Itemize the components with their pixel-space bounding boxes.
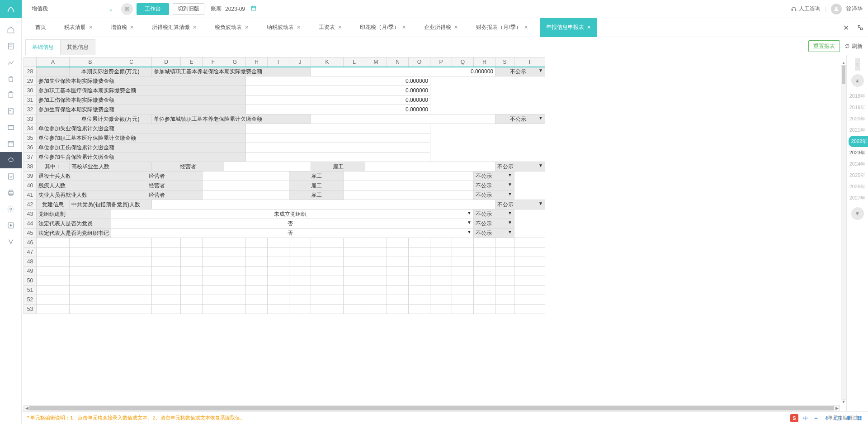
- row-header-45[interactable]: 45: [24, 229, 37, 238]
- tax-type-dropdown[interactable]: 增值税 ⌄: [27, 3, 118, 15]
- ime-skin-icon[interactable]: [844, 414, 853, 422]
- year-2023年[interactable]: 2023年: [847, 147, 868, 158]
- col-header-S[interactable]: S: [495, 57, 514, 67]
- scrollbar-v-thumb[interactable]: [842, 66, 845, 84]
- year-2018年[interactable]: 2018年: [847, 91, 868, 102]
- col-header-J[interactable]: J: [289, 57, 311, 67]
- col-header-M[interactable]: M: [365, 57, 387, 67]
- headset-icon[interactable]: 人工咨询: [791, 5, 821, 13]
- row-header-39[interactable]: 39: [24, 172, 37, 181]
- col-header-N[interactable]: N: [387, 57, 409, 67]
- nav-v-icon[interactable]: [0, 233, 22, 250]
- tab-close-icon[interactable]: ✕: [130, 24, 134, 30]
- year-2021年[interactable]: 2021年: [847, 124, 868, 136]
- scrollbar-h-thumb[interactable]: [29, 406, 834, 410]
- nav-gear-icon[interactable]: [0, 201, 22, 217]
- ime-tool-icon[interactable]: [855, 414, 863, 422]
- tab-close-icon[interactable]: ✕: [338, 24, 342, 30]
- tab-0[interactable]: 首页: [29, 18, 52, 37]
- nav-print-icon[interactable]: [0, 185, 22, 201]
- tab-close-icon[interactable]: ✕: [587, 24, 591, 30]
- col-header-A[interactable]: A: [37, 57, 70, 67]
- tab-expand-icon[interactable]: [855, 23, 865, 33]
- col-header-T[interactable]: T: [514, 57, 545, 67]
- tab-close-icon[interactable]: ✕: [454, 24, 458, 30]
- year-up-button[interactable]: ▲: [851, 74, 864, 87]
- tab-10[interactable]: 年报信息申报表✕: [540, 18, 597, 37]
- col-header-D[interactable]: D: [152, 57, 181, 67]
- col-header-E[interactable]: E: [181, 57, 203, 67]
- ime-mic-icon[interactable]: [823, 414, 831, 422]
- switch-old-button[interactable]: 切到旧版: [173, 3, 204, 15]
- tab-close-icon[interactable]: ✕: [245, 24, 249, 30]
- nav-report-icon[interactable]: [0, 103, 22, 119]
- nav-archive-icon[interactable]: [0, 168, 22, 185]
- year-2026年[interactable]: 2026年: [847, 181, 868, 192]
- tab-close-icon[interactable]: ✕: [297, 24, 301, 30]
- nav-tax-icon[interactable]: [0, 119, 22, 136]
- calendar-icon[interactable]: [250, 5, 257, 13]
- tab-3[interactable]: 所得税汇算清缴✕: [146, 18, 203, 37]
- row-header-44[interactable]: 44: [24, 219, 37, 229]
- tab-7[interactable]: 印花税（月/季）✕: [354, 18, 412, 37]
- row-header-32[interactable]: 32: [24, 105, 37, 114]
- user-avatar[interactable]: [831, 4, 842, 14]
- row-header-53[interactable]: 53: [24, 305, 37, 314]
- nav-bag-icon[interactable]: [0, 71, 22, 87]
- row-header-38[interactable]: 38: [24, 162, 37, 172]
- row-header-37[interactable]: 37: [24, 152, 37, 162]
- collapse-button[interactable]: [121, 3, 133, 15]
- row-header-46[interactable]: 46: [24, 238, 37, 248]
- tab-1[interactable]: 税表清册✕: [58, 18, 99, 37]
- tab-close-icon[interactable]: ✕: [524, 24, 528, 30]
- year-2022年[interactable]: 2022年: [849, 136, 868, 147]
- col-header-P[interactable]: P: [430, 57, 452, 67]
- row-header-51[interactable]: 51: [24, 286, 37, 295]
- nav-play-icon[interactable]: [0, 217, 22, 233]
- nav-active-icon[interactable]: [0, 152, 22, 168]
- tab-6[interactable]: 工资表✕: [312, 18, 348, 37]
- year-panel-toggle[interactable]: ‹: [855, 58, 860, 71]
- row-header-49[interactable]: 49: [24, 267, 37, 276]
- row-header-28[interactable]: 28: [24, 67, 37, 76]
- col-header-K[interactable]: K: [311, 57, 344, 67]
- tab-2[interactable]: 增值税✕: [104, 18, 140, 37]
- ime-punct-icon[interactable]: ••: [812, 414, 820, 422]
- col-header-Q[interactable]: Q: [452, 57, 474, 67]
- tab-close-all-icon[interactable]: ✕: [841, 23, 851, 33]
- subtab-other[interactable]: 其他信息: [60, 39, 95, 55]
- scrollbar-horizontal[interactable]: ◀ ▶: [24, 405, 840, 411]
- tab-close-icon[interactable]: ✕: [402, 24, 406, 30]
- year-2020年[interactable]: 2020年: [847, 113, 868, 124]
- row-header-40[interactable]: 40: [24, 181, 37, 191]
- tab-5[interactable]: 纳税波动表✕: [260, 18, 307, 37]
- year-2027年[interactable]: 2027年: [847, 192, 868, 204]
- col-header-O[interactable]: O: [409, 57, 430, 67]
- row-header-35[interactable]: 35: [24, 133, 37, 143]
- row-header-43[interactable]: 43: [24, 210, 37, 219]
- nav-doc-icon[interactable]: [0, 38, 22, 54]
- tab-close-icon[interactable]: ✕: [193, 24, 197, 30]
- col-header-G[interactable]: G: [224, 57, 246, 67]
- nav-clipboard-icon[interactable]: [0, 87, 22, 103]
- app-logo[interactable]: [0, 0, 22, 18]
- ime-zh-icon[interactable]: 中: [801, 414, 809, 422]
- row-header-50[interactable]: 50: [24, 276, 37, 286]
- row-header-41[interactable]: 41: [24, 191, 37, 200]
- row-header-31[interactable]: 31: [24, 95, 37, 105]
- username[interactable]: 徐泽华: [846, 5, 863, 13]
- scrollbar-vertical[interactable]: ▲ ▼: [841, 65, 846, 400]
- col-header-F[interactable]: F: [203, 57, 224, 67]
- subtab-basic[interactable]: 基础信息: [25, 39, 61, 55]
- year-2025年[interactable]: 2025年: [847, 170, 868, 181]
- tab-4[interactable]: 税负波动表✕: [208, 18, 255, 37]
- year-2024年[interactable]: 2024年: [847, 158, 868, 170]
- ime-kbd-icon[interactable]: [834, 414, 842, 422]
- row-header-42[interactable]: 42: [24, 200, 37, 210]
- col-header-L[interactable]: L: [344, 57, 365, 67]
- row-header-34[interactable]: 34: [24, 124, 37, 133]
- col-header-R[interactable]: R: [474, 57, 495, 67]
- row-header-47[interactable]: 47: [24, 248, 37, 257]
- nav-chart-icon[interactable]: [0, 54, 22, 71]
- tab-close-icon[interactable]: ✕: [89, 24, 93, 30]
